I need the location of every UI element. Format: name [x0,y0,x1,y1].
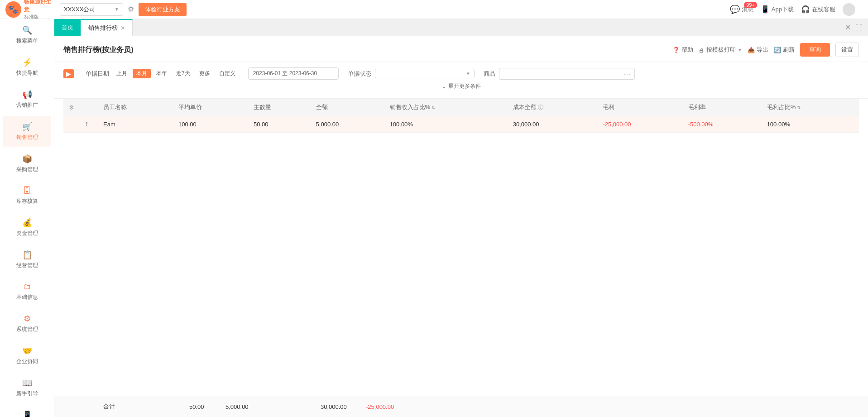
cell-main-qty: 50.00 [248,116,311,133]
date-opt-custom[interactable]: 自定义 [216,69,239,78]
print-arrow-icon: ▼ [738,48,742,53]
sales-pct-sort-icon[interactable]: ⇅ [432,105,435,110]
export-label: 导出 [757,46,768,54]
sidebar-label-system: 系统管理 [16,326,38,333]
footer-cell-gross-rate [406,405,442,408]
footer-cell-main-qty: 50.00 [184,402,220,412]
sidebar-item-system[interactable]: ⚙ 系统管理 [3,308,51,339]
logo-icon: 🐾 [5,1,21,18]
table-footer: 合计 50.00 5,000.00 30,000.00 -25,000.00 [54,396,868,417]
collapse-arrow-icon: ▶ [63,69,74,78]
col-main-qty: 主数量 [248,99,311,116]
sidebar-item-search[interactable]: 🔍 搜索菜单 [3,20,51,50]
marketing-icon: 📢 [22,90,32,100]
date-label: 单据日期 [86,70,109,78]
cell-name: Eam [98,116,173,133]
sidebar-item-inventory[interactable]: 🗄 库存核算 [3,181,51,211]
sales-icon: 🛒 [22,122,32,132]
sidebar-label-basics: 基础信息 [16,293,38,301]
filter-collapse-btn[interactable]: ▶ [63,69,74,78]
message-badge: 99+ [744,2,757,8]
template-print-btn[interactable]: 🖨 按模板打印 ▼ [699,46,742,54]
date-opt-last-month[interactable]: 上月 [113,69,131,78]
cell-avg-price: 100.00 [173,116,248,133]
logo-text: 畅康通好生意 [24,0,55,14]
tab-bar-expand-icon[interactable]: ⛶ [855,24,863,32]
sidebar-item-apps[interactable]: 📱 应用中心 [3,405,51,417]
footer-cell-label: 合计 [98,401,143,412]
date-options: 上月 本月 本年 近7天 更多 自定义 [113,69,239,78]
goods-label: 商品 [484,70,495,78]
settings-icon[interactable]: ⚙ [128,5,134,14]
sidebar-label-purchase: 采购管理 [16,166,38,173]
table-row: 1 Eam 100.00 50.00 5,000.00 100.00% 30,0… [63,116,859,133]
sidebar-item-basics[interactable]: 🗂 基础信息 [3,277,51,307]
sidebar-item-guide[interactable]: 📖 新手引导 [3,373,51,403]
footer-cell-amount: 5,000.00 [220,402,265,412]
sidebar-item-operations[interactable]: 📋 经营管理 [3,244,51,275]
purchase-icon: 📦 [22,154,32,164]
help-label: 帮助 [681,46,693,54]
sidebar-item-collab[interactable]: 🤝 企业协同 [3,340,51,371]
settings-button[interactable]: 设置 [835,43,859,57]
app-download[interactable]: 📱 App下载 [761,5,794,14]
goods-more-icon: ··· [624,70,631,77]
date-range-input[interactable]: 2023-06-01 至 2023-06-30 [248,67,339,80]
sidebar-label-operations: 经营管理 [16,262,38,269]
col-name: 员工名称 [98,99,173,116]
export-btn[interactable]: 📤 导出 [748,46,768,54]
help-icon: ❓ [672,47,680,53]
tab-bar: 首页 销售排行榜 ✕ ✕ ⛶ [54,19,868,36]
gross-pct-sort-icon[interactable]: ⇅ [797,105,801,110]
table-settings-icon[interactable]: ⚙ [69,104,74,111]
col-gross-pct: 毛利占比% ⇅ [762,99,859,116]
date-opt-more[interactable]: 更多 [196,69,214,78]
sidebar-item-finance[interactable]: 💰 资金管理 [3,212,51,243]
company-selector[interactable]: XXXXX公司 ▼ [60,3,123,16]
cell-gross-pct: 100.00% [762,116,859,133]
sidebar-item-purchase[interactable]: 📦 采购管理 [3,149,51,179]
date-opt-7days[interactable]: 近7天 [173,69,194,78]
app-download-label: App下载 [772,5,794,14]
company-name: XXXXX公司 [64,5,112,14]
goods-select[interactable]: ··· [499,68,635,80]
sidebar-item-sales[interactable]: 🛒 销售管理 [3,116,51,147]
tab-close-icon[interactable]: ✕ [120,25,125,31]
cell-cost: 30,000.00 [508,116,598,133]
online-service[interactable]: 🎧 在线客服 [801,5,835,14]
finance-icon: 💰 [22,218,32,228]
operations-icon: 📋 [22,250,32,260]
sidebar-label-search: 搜索菜单 [16,37,38,45]
message-area[interactable]: 💬 消息 99+ [730,5,753,14]
refresh-btn[interactable]: 🔄 刷新 [774,46,795,54]
cell-settings [63,116,80,133]
expand-label: 展开更多条件 [448,82,481,90]
avatar[interactable] [843,3,855,16]
trial-button[interactable]: 体验行业方案 [139,3,187,16]
date-opt-this-year[interactable]: 本年 [153,69,171,78]
tab-bar-close-icon[interactable]: ✕ [845,23,851,32]
sidebar-label-marketing: 营销推广 [16,101,38,109]
sidebar-item-shortcut[interactable]: ⚡ 快捷导航 [3,52,51,82]
col-cost: 成本全额 ⓘ [508,99,598,116]
help-btn[interactable]: ❓ 帮助 [672,46,693,54]
export-icon: 📤 [748,47,755,53]
content-area: 首页 销售排行榜 ✕ ✕ ⛶ 销售排行榜(按业务员) [54,19,868,417]
filter-area: ▶ 单据日期 上月 本月 本年 近7天 更多 自定义 [54,62,868,99]
cell-rank: 1 [80,116,98,133]
sidebar-item-marketing[interactable]: 📢 营销推广 [3,84,51,115]
cost-info-icon[interactable]: ⓘ [538,104,543,111]
query-button[interactable]: 查询 [800,43,830,57]
goods-filter-group: 商品 ··· [484,68,635,80]
shortcut-icon: ⚡ [22,58,32,67]
sidebar-label-sales: 销售管理 [16,134,38,141]
table-container: ⚙ 员工名称 平均单价 主数量 全额 销售收入占比% [54,99,868,396]
page-actions: ❓ 帮助 🖨 按模板打印 ▼ 📤 导出 🔄 [672,43,859,57]
tab-sales-ranking[interactable]: 销售排行榜 ✕ [81,19,133,36]
collab-icon: 🤝 [22,346,32,356]
sales-pct-header: 销售收入占比% ⇅ [390,103,436,111]
status-select[interactable]: ▼ [375,69,475,78]
date-opt-this-month[interactable]: 本月 [133,69,151,78]
expand-conditions-btn[interactable]: ⌄ 展开更多条件 [442,82,481,90]
tab-home[interactable]: 首页 [54,19,81,36]
